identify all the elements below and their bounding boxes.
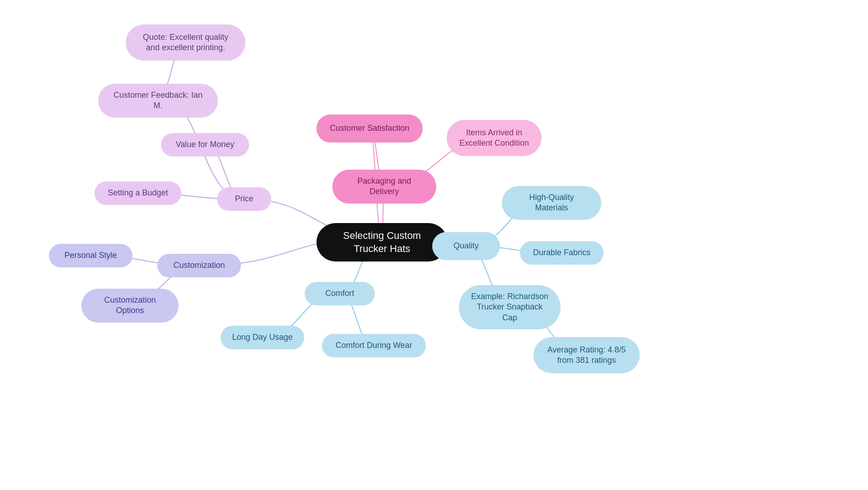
node-long_day_usage: Long Day Usage — [221, 326, 304, 349]
node-comfort_during_wear: Comfort During Wear — [322, 334, 426, 357]
node-personal_style: Personal Style — [49, 244, 132, 267]
node-price: Price — [217, 187, 271, 211]
mind-map: Selecting Custom Trucker HatsQuote: Exce… — [0, 0, 868, 490]
node-comfort: Comfort — [305, 282, 375, 305]
node-high_quality: High-Quality Materials — [502, 186, 601, 220]
node-example_richardson: Example: Richardson Trucker Snapback Cap — [459, 285, 561, 329]
node-quality: Quality — [432, 232, 500, 260]
node-customization: Customization — [157, 254, 241, 277]
node-items_arrived: Items Arrived in Excellent Condition — [447, 120, 542, 156]
node-customer_feedback: Customer Feedback: Ian M. — [98, 84, 218, 118]
node-customer_satisfaction: Customer Satisfaction — [316, 114, 423, 143]
node-durable_fabrics: Durable Fabrics — [520, 241, 604, 265]
node-value_for_money: Value for Money — [161, 133, 249, 157]
node-average_rating: Average Rating: 4.8/5 from 381 ratings — [533, 337, 640, 373]
node-packaging_delivery: Packaging and Delivery — [332, 170, 436, 204]
node-setting_budget: Setting a Budget — [94, 181, 181, 205]
node-customization_options: Customization Options — [81, 289, 179, 323]
node-center: Selecting Custom Trucker Hats — [316, 223, 448, 262]
node-quote: Quote: Excellent quality and excellent p… — [126, 24, 245, 61]
